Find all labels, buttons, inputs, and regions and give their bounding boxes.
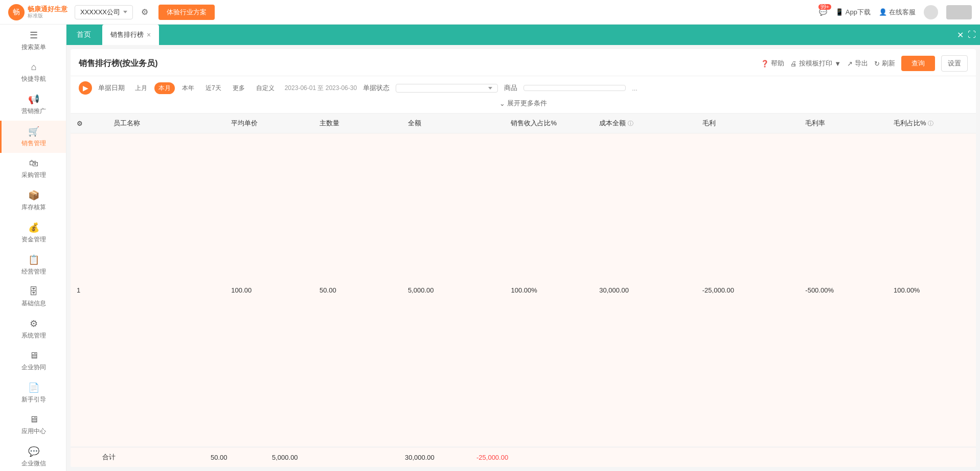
tab-close-icon[interactable]: × [147, 31, 151, 39]
date-btn-more[interactable]: 更多 [229, 82, 249, 94]
help-button[interactable]: ❓ 帮助 [761, 59, 784, 68]
th-sales-pct: 销售收入占比% [505, 114, 593, 133]
basics-icon: 🗄 [29, 286, 38, 297]
guide-icon: 📄 [28, 382, 39, 393]
top-header: 畅 畅康通好生意 标准版 XXXXXX公司 ⚙ 体验行业方案 💬 99+ 📱 A… [0, 0, 980, 25]
search-menu-icon: ☰ [30, 30, 38, 41]
tab-maximize-icon[interactable]: ⛶ [968, 30, 976, 39]
sidebar-item-appcenter[interactable]: 🖥 应用中心 [0, 409, 66, 441]
tab-bar: 首页 销售排行榜 × ✕ ⛶ [66, 25, 980, 45]
avatar[interactable] [924, 5, 938, 19]
tab-sales-ranking[interactable]: 销售排行榜 × [102, 25, 159, 45]
settings-button[interactable]: 设置 [941, 55, 968, 72]
table-footer: 合计 50.00 5,000.00 30,000.00 -25,000.00 [71, 447, 976, 467]
logo-icon: 畅 [8, 4, 25, 20]
th-cost: 成本全额 ⓘ [593, 114, 696, 133]
goods-input[interactable] [523, 85, 626, 91]
date-selector: 上月 本月 本年 近7天 更多 自定义 [131, 82, 279, 94]
message-button[interactable]: 💬 99+ [819, 8, 827, 16]
help-icon: ❓ [761, 60, 769, 68]
inventory-icon: 📦 [28, 190, 39, 201]
date-btn-7days[interactable]: 近7天 [201, 82, 225, 94]
sidebar-item-guide[interactable]: 📄 新手引导 [0, 377, 66, 409]
wechat-icon: 💬 [28, 446, 39, 457]
status-label: 单据状态 [363, 83, 390, 93]
logo-area: 畅 畅康通好生意 标准版 [8, 4, 75, 20]
tab-close-window-icon[interactable]: ✕ [957, 30, 964, 40]
th-avg-price: 平均单价 [225, 114, 313, 133]
sidebar-item-search[interactable]: ☰ 搜索菜单 [0, 25, 66, 57]
table-area: ⚙ 员工名称 平均单价 主数量 全额 销售收入占比% 成本全额 ⓘ 毛利 毛利率… [71, 114, 976, 447]
content-area: 首页 销售排行榜 × ✕ ⛶ 销售排行榜(按业务员) ❓ 帮助 [66, 25, 980, 471]
footer-cells: 50.00 5,000.00 30,000.00 -25,000.00 [143, 454, 970, 461]
chevron-down-icon [123, 11, 127, 13]
tab-bar-right: ✕ ⛶ [957, 30, 980, 40]
marketing-icon: 📢 [28, 94, 39, 105]
date-btn-cur-month[interactable]: 本月 [154, 82, 175, 94]
cell-cost: 30,000.00 [593, 133, 696, 447]
company-selector[interactable]: XXXXXX公司 [75, 5, 133, 19]
cell-qty: 50.00 [313, 133, 402, 447]
th-amount: 全额 [402, 114, 505, 133]
date-btn-custom[interactable]: 自定义 [252, 82, 279, 94]
status-selector[interactable] [396, 84, 498, 93]
sidebar-item-system[interactable]: ⚙ 系统管理 [0, 313, 66, 345]
th-employee-name: 员工名称 [107, 114, 225, 133]
refresh-icon: ↻ [874, 60, 880, 68]
footer-cost: 30,000.00 [399, 454, 470, 461]
more-conditions-button[interactable]: ... [632, 84, 637, 92]
sidebar-item-marketing[interactable]: 📢 营销推广 [0, 88, 66, 121]
date-label: 单据日期 [98, 83, 125, 93]
date-btn-prev-month[interactable]: 上月 [131, 82, 151, 94]
status-chevron-icon [488, 87, 492, 89]
sidebar-item-purchase[interactable]: 🛍 采购管理 [0, 153, 66, 185]
cell-profit-pct: 100.00% [887, 133, 976, 447]
system-icon: ⚙ [30, 318, 38, 329]
th-settings[interactable]: ⚙ [71, 114, 107, 133]
table-row: 1 100.00 50.00 5,000.00 100.00% 30,000.0… [71, 133, 976, 447]
export-button[interactable]: ↗ 导出 [847, 59, 868, 68]
tab-home[interactable]: 首页 [66, 25, 101, 45]
date-range: 2023-06-01 至 2023-06-30 [285, 84, 357, 93]
sidebar-item-wechat[interactable]: 💬 企业微信 [0, 441, 66, 471]
service-icon: 👤 [879, 8, 887, 16]
profit-pct-help-icon[interactable]: ⓘ [928, 120, 933, 126]
sidebar-item-sales[interactable]: 🛒 销售管理 [0, 121, 66, 153]
sidebar-item-basics[interactable]: 🗄 基础信息 [0, 281, 66, 313]
sidebar-item-finance[interactable]: 💰 资金管理 [0, 217, 66, 249]
expand-row: ⌄ 展开更多条件 [79, 99, 968, 108]
expand-conditions-button[interactable]: ⌄ 展开更多条件 [499, 99, 547, 108]
download-icon: 📱 [835, 8, 844, 16]
sidebar-item-quicknav[interactable]: ⌂ 快捷导航 [0, 57, 66, 88]
page-title: 销售排行榜(按业务员) [79, 58, 158, 69]
home-icon: ⌂ [31, 62, 37, 73]
footer-profit: -25,000.00 [470, 454, 542, 461]
sidebar-item-inventory[interactable]: 📦 库存核算 [0, 185, 66, 217]
date-btn-cur-year[interactable]: 本年 [178, 82, 198, 94]
online-service-button[interactable]: 👤 在线客服 [879, 8, 916, 17]
footer-avg-price [143, 454, 204, 461]
toggle-filter-button[interactable]: ▶ [79, 81, 92, 95]
cell-avg-price: 100.00 [225, 133, 313, 447]
sidebar-item-operations[interactable]: 📋 经营管理 [0, 249, 66, 281]
trial-button[interactable]: 体验行业方案 [158, 5, 215, 20]
app-download-button[interactable]: 📱 App下载 [835, 8, 871, 17]
export-icon: ↗ [847, 60, 853, 68]
cell-sales-pct: 100.00% [505, 133, 593, 447]
query-button[interactable]: 查询 [901, 56, 935, 71]
username [946, 5, 972, 19]
print-button[interactable]: 🖨 按模板打印 ▼ [790, 59, 841, 68]
filter-row-1: ▶ 单据日期 上月 本月 本年 近7天 更多 自定义 2023-06-01 至 … [79, 81, 968, 95]
expand-icon: ⌄ [499, 100, 505, 107]
refresh-button[interactable]: ↻ 刷新 [874, 59, 895, 68]
purchase-icon: 🛍 [29, 158, 38, 169]
cost-help-icon[interactable]: ⓘ [628, 120, 633, 126]
main-layout: ☰ 搜索菜单 ⌂ 快捷导航 📢 营销推广 🛒 销售管理 🛍 采购管理 📦 库存核… [0, 25, 980, 471]
sidebar-item-collab[interactable]: 🖥 企业协同 [0, 345, 66, 377]
goods-label: 商品 [504, 83, 517, 93]
header-right: 💬 99+ 📱 App下载 👤 在线客服 [819, 5, 972, 19]
footer-amount: 5,000.00 [266, 454, 337, 461]
footer-sales-pct [337, 454, 399, 461]
header-settings-icon[interactable]: ⚙ [137, 5, 152, 20]
footer-qty: 50.00 [204, 454, 266, 461]
